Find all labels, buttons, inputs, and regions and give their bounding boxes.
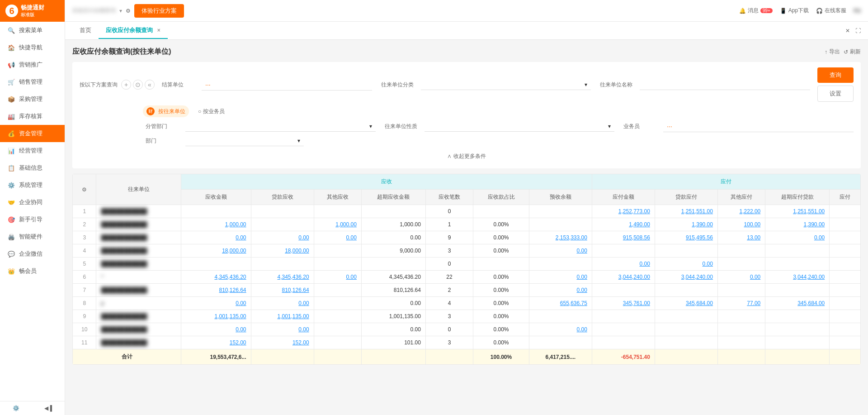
filter-label-section: 按以下方案查询 + ⊙ « (80, 80, 155, 90)
settings-gear-btn[interactable]: ⚙ (126, 8, 131, 14)
tab-ar-ap[interactable]: 应收应付余额查询 × (99, 23, 168, 39)
table-row: 4████████████18,000.0018,000.009,000.003… (73, 244, 861, 258)
member-icon: 👑 (7, 268, 15, 275)
sidebar-item-inventory[interactable]: 🏭 库存核算 (0, 108, 65, 125)
sidebar-item-search-menu[interactable]: 🔍 搜索菜单 (0, 22, 65, 39)
window-maximize-btn[interactable]: ⛶ (855, 28, 861, 34)
sidebar-collapse-btn[interactable]: ◀▐ (44, 405, 52, 411)
filter-group-by-unit[interactable]: 财 按往来单位 (143, 105, 189, 117)
table-row: 10████████████0.000.000.0000.00%0.00 (73, 323, 861, 336)
page-content: 应收应付余额查询(按往来单位) ↑ 导出 ↺ 刷新 按以下方案查询 + (65, 40, 868, 415)
sidebar-item-system[interactable]: ⚙️ 系统管理 (0, 176, 65, 194)
sidebar: 6 畅捷通财 标准版 🔍 搜索菜单 🏠 快捷导航 📢 营销推广 🛒 销售管理 📦… (0, 0, 65, 415)
tab-home-label: 首页 (80, 27, 91, 33)
collapse-more-btn[interactable]: ∧ 收起更多条件 (80, 150, 854, 163)
online-service-btn[interactable]: 🎧 在线客服 (816, 7, 846, 14)
sidebar-item-enterprise[interactable]: 🤝 企业协同 (0, 194, 65, 211)
marketing-icon: 📢 (7, 62, 15, 68)
sidebar-item-label: 资金管理 (19, 129, 42, 138)
sidebar-item-operations[interactable]: 📊 经营管理 (0, 142, 65, 159)
setup-btn[interactable]: 设置 (817, 86, 854, 102)
filter-field-unit-cat: 往来单位分类 ▾ (381, 80, 591, 90)
cell-unit: ████████████ (96, 231, 181, 244)
unit-nature-select[interactable]: ▾ (425, 121, 615, 132)
footer-ar-prepay: 6,417,215.... (529, 349, 592, 365)
table-row: 5████████████00.000.00 (73, 258, 861, 271)
filter-area: 按以下方案查询 + ⊙ « 结算单位 ··· (72, 62, 861, 168)
tab-close-icon[interactable]: × (157, 27, 160, 33)
logo-icon: 6 (5, 5, 18, 17)
tab-ar-ap-label: 应收应付余额查询 (106, 27, 153, 33)
sidebar-item-label: 营销推广 (19, 61, 42, 69)
sidebar-item-sales[interactable]: 🛒 销售管理 (0, 73, 65, 91)
notification-badge: 99+ (760, 8, 773, 13)
top-bar-right: 🔔 消息 99+ 📱 App下载 🎧 在线客服 Rit (739, 7, 861, 14)
industry-solution-btn[interactable]: 体验行业方案 (134, 4, 184, 18)
sidebar-item-basic-info[interactable]: 📋 基础信息 (0, 159, 65, 176)
footer-ap-overdue (765, 349, 830, 365)
export-icon: ↑ (825, 49, 827, 55)
page-header: 应收应付余额查询(按往来单位) ↑ 导出 ↺ 刷新 (72, 47, 861, 57)
filter-row-2: 分管部门 ▾ 往来单位性质 ▾ 业务员 ··· (80, 121, 854, 132)
window-close-btn[interactable]: ✕ (845, 28, 850, 34)
notification-btn[interactable]: 🔔 消息 99+ (739, 7, 773, 14)
footer-ap-amt: -654,751.40 (592, 349, 655, 365)
query-btn[interactable]: 查询 (817, 67, 854, 83)
sidebar-item-smart-hw[interactable]: 🖨️ 智能硬件 (0, 228, 65, 245)
tab-home[interactable]: 首页 (72, 23, 99, 39)
sidebar-item-guide[interactable]: 🎯 新手引导 (0, 211, 65, 228)
filter-target-btn[interactable]: ⊙ (133, 80, 143, 90)
cell-unit: ████████████ (96, 284, 181, 297)
th-ar-amt: 应收金额 (181, 190, 251, 205)
cell-unit: ████████████ (96, 244, 181, 258)
smart-hw-icon: 🖨️ (7, 234, 15, 240)
field-label-unit-name: 往来单位名称 (600, 81, 636, 89)
th-ap-other: 其他应付 (717, 190, 765, 205)
cell-unit: ████████████ (96, 323, 181, 336)
sidebar-item-marketing[interactable]: 📢 营销推广 (0, 56, 65, 73)
sidebar-item-enterprise-wx[interactable]: 💬 企业微信 (0, 245, 65, 262)
notification-label: 消息 (748, 7, 759, 14)
footer-ar-amt: 19,553,472,6... (181, 349, 251, 365)
notification-icon: 🔔 (739, 8, 746, 14)
unit-name-input[interactable] (640, 80, 810, 90)
sidebar-item-label: 新手引导 (19, 215, 42, 224)
unit-cat-select[interactable]: ▾ (421, 80, 591, 90)
field-settlement-dots[interactable]: ··· (205, 81, 211, 88)
dept-manage-select[interactable]: ▾ (185, 121, 376, 132)
sidebar-item-purchase[interactable]: 📦 采购管理 (0, 91, 65, 108)
data-table: ⚙ 往来单位 应收 应付 应收金额 贷款应收 其他应收 超期应收金额 应收笔数 … (72, 174, 861, 365)
filter-collapse-btn[interactable]: « (145, 80, 155, 90)
breadcrumb-expand-icon[interactable]: ▾ (119, 8, 122, 14)
inventory-icon: 🏭 (7, 113, 15, 120)
cell-unit: ^ (96, 271, 181, 284)
sidebar-settings-btn[interactable]: ⚙️ (13, 405, 19, 411)
sidebar-item-finance[interactable]: 💰 资金管理 (0, 125, 65, 142)
export-btn[interactable]: ↑ 导出 (825, 48, 840, 56)
sidebar-item-member[interactable]: 👑 畅会员 (0, 262, 65, 280)
refresh-btn[interactable]: ↺ 刷新 (844, 48, 861, 56)
sidebar-item-label: 经营管理 (19, 147, 42, 155)
page-title: 应收应付余额查询(按往来单位) (72, 47, 171, 57)
filter-group-label: 按往来单位 (158, 108, 185, 115)
top-bar-left: 应收应付余额查询 ▾ ⚙ 体验行业方案 (72, 4, 739, 18)
salesman-dots-btn[interactable]: ··· (667, 123, 672, 130)
dept-select[interactable]: ▾ (185, 136, 304, 146)
filter-fields-row3: 部门 ▾ (146, 136, 304, 146)
sidebar-item-label: 企业微信 (19, 250, 42, 258)
filter-add-btn[interactable]: + (121, 80, 131, 90)
footer-ar-ratio: 100.00% (473, 349, 529, 365)
th-settings[interactable]: ⚙ (73, 174, 96, 205)
field-label-unit-cat: 往来单位分类 (381, 81, 417, 89)
cell-unit: ████████████ (96, 336, 181, 349)
table-row: 3████████████0.000.000.000.0090.00%2,153… (73, 231, 861, 244)
app-download-btn[interactable]: 📱 App下载 (780, 7, 809, 14)
cell-unit: ████████████ (96, 218, 181, 231)
query-buttons: 查询 设置 (817, 67, 854, 102)
table-row: 8p0.000.000.0040.00%655,636.75345,761.00… (73, 297, 861, 310)
collapse-icon: ∧ (447, 153, 453, 159)
cell-unit: ████████████ (96, 310, 181, 323)
filter-fields-row1: 结算单位 ··· 往来单位分类 ▾ 往来单位名称 (162, 79, 810, 91)
filter-group-by-staff[interactable]: ○ 按业务员 (194, 106, 228, 117)
sidebar-item-quick-nav[interactable]: 🏠 快捷导航 (0, 39, 65, 56)
